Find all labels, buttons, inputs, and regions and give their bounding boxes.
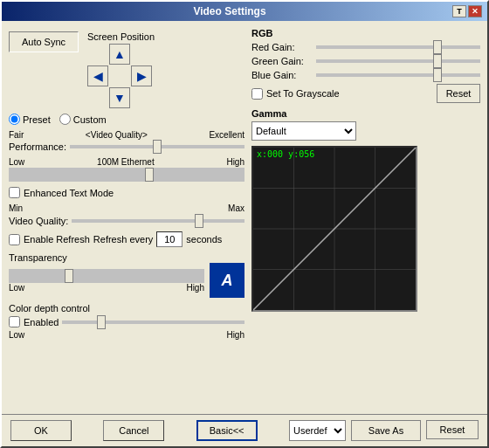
depth-labels: Low High (9, 330, 244, 340)
custom-radio-label[interactable]: Custom (59, 114, 107, 125)
performance-slider[interactable] (70, 145, 244, 148)
transparency-row: Low High A (9, 263, 244, 298)
save-as-button[interactable]: Save As (351, 420, 421, 441)
altigen-logo: A (210, 263, 244, 298)
close-button[interactable]: ✕ (468, 5, 482, 17)
arrow-right-button[interactable]: ▶ (131, 65, 152, 86)
preset-radio-label[interactable]: Preset (9, 114, 51, 125)
network-slider[interactable] (9, 168, 244, 182)
bottom-reset-button[interactable]: Reset (426, 420, 479, 439)
color-depth-section: Color depth control Enabled Low High (9, 303, 244, 340)
arrow-left-button[interactable]: ◀ (87, 65, 108, 86)
gamma-section: Gamma Default (251, 108, 480, 141)
vq-header: Min Max (9, 203, 244, 213)
title-t-button[interactable]: T (452, 5, 466, 17)
blue-gain-row: Blue Gain: (251, 70, 480, 80)
top-row: Auto Sync Screen Position ▲ ◀ ▶ ▼ (9, 31, 244, 108)
video-quality-section: Min Max Video Quality: (9, 203, 244, 226)
perf-slider-row: Performance: (9, 141, 244, 152)
ok-button[interactable]: OK (10, 420, 72, 441)
network-section: Low 100M Ethernet High (9, 157, 244, 182)
screen-position-area: Screen Position ▲ ◀ ▶ ▼ (87, 31, 155, 108)
title-bar-controls: T ✕ (452, 5, 482, 17)
enhanced-text-row: Enhanced Text Mode (9, 187, 244, 198)
screen-position-label: Screen Position (87, 31, 155, 42)
window-title: Video Settings (7, 5, 452, 17)
performance-section: Fair <Video Quality> Excellent Performan… (9, 130, 244, 152)
network-labels: Low 100M Ethernet High (9, 157, 244, 167)
gamma-select[interactable]: Default (251, 121, 356, 141)
refresh-seconds-input[interactable] (156, 231, 183, 247)
arrow-down-button[interactable]: ▼ (109, 87, 130, 108)
main-content: Auto Sync Screen Position ▲ ◀ ▶ ▼ (2, 21, 487, 414)
rgb-section: RGB Red Gain: Green Gain: Blue Gain: S (251, 28, 480, 103)
green-gain-slider[interactable] (316, 59, 480, 63)
custom-radio[interactable] (59, 114, 71, 125)
userdef-select[interactable]: Userdef (289, 420, 346, 441)
arrow-up-button[interactable]: ▲ (109, 44, 130, 65)
auto-sync-button[interactable]: Auto Sync (9, 31, 79, 52)
arrow-grid: ▲ ◀ ▶ ▼ (87, 44, 155, 108)
depth-enabled-row: Enabled (9, 316, 244, 327)
cancel-button[interactable]: Cancel (103, 420, 164, 441)
bottom-right: Userdef Save As Reset (289, 420, 479, 441)
transparency-labels: Low High (9, 283, 204, 293)
title-bar: Video Settings T ✕ (2, 2, 487, 21)
vq-slider-row: Video Quality: (9, 216, 244, 226)
grayscale-reset-row: Set To Grayscale Reset (251, 84, 480, 103)
depth-slider[interactable] (62, 320, 244, 324)
rgb-reset-button[interactable]: Reset (437, 84, 480, 103)
left-panel: Auto Sync Screen Position ▲ ◀ ▶ ▼ (9, 28, 244, 407)
bottom-bar: OK Cancel Basic<< Userdef Save As Reset (2, 414, 487, 446)
preset-custom-row: Preset Custom (9, 114, 244, 125)
red-gain-slider[interactable] (316, 45, 480, 49)
video-settings-window: Video Settings T ✕ Auto Sync Screen Posi… (0, 0, 489, 448)
transparency-section: Transparency Low High A (9, 252, 244, 298)
video-quality-slider[interactable] (72, 219, 244, 223)
grayscale-checkbox[interactable] (251, 88, 263, 100)
gamma-svg (253, 148, 416, 310)
red-gain-row: Red Gain: (251, 42, 480, 52)
blue-gain-slider[interactable] (316, 73, 480, 77)
right-panel: RGB Red Gain: Green Gain: Blue Gain: S (251, 28, 480, 407)
enhanced-text-checkbox[interactable] (9, 187, 20, 198)
depth-enabled-checkbox[interactable] (9, 316, 20, 327)
preset-radio[interactable] (9, 114, 20, 125)
gamma-chart: x:000 y:056 (251, 146, 417, 312)
grayscale-label[interactable]: Set To Grayscale (251, 88, 340, 100)
green-gain-row: Green Gain: (251, 56, 480, 66)
perf-labels: Fair <Video Quality> Excellent (9, 130, 244, 140)
transparency-slider-area: Low High (9, 269, 204, 293)
refresh-row: Enable Refresh Refresh every seconds (9, 231, 244, 247)
transparency-slider[interactable] (9, 269, 204, 283)
enable-refresh-checkbox[interactable] (9, 234, 20, 245)
basic-button[interactable]: Basic<< (196, 420, 258, 441)
